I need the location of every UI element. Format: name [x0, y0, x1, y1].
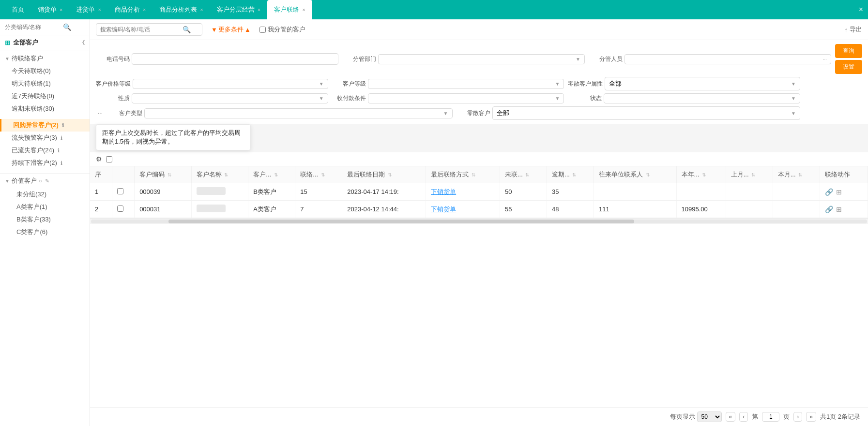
nav-tab-home[interactable]: 首页	[5, 0, 31, 19]
person-select[interactable]: ···	[624, 54, 831, 64]
cell-contact-count-1: 15	[295, 183, 342, 201]
retail-attr-select[interactable]: 全部 ▼	[605, 77, 800, 90]
row-checkbox-2[interactable]	[117, 206, 123, 212]
chevron-down-icon-8: ▼	[791, 96, 796, 101]
nav-tab-customer-contact[interactable]: 客户联络 ×	[267, 0, 312, 19]
cell-code-1: 000039	[135, 183, 192, 201]
nav-tab-sales-close[interactable]: ×	[60, 7, 62, 13]
sidebar-item-overdue[interactable]: 逾期未联络(30)	[0, 103, 90, 115]
sidebar-search-input[interactable]	[5, 24, 63, 30]
phone-input[interactable]	[132, 53, 338, 65]
nav-tab-sales[interactable]: 销货单 ×	[31, 0, 69, 19]
payment-select[interactable]: ▼	[368, 93, 564, 103]
sidebar-item-churn-warning[interactable]: 流失预警客户(3) ℹ	[0, 132, 90, 144]
per-page-select[interactable]: 50 100	[697, 411, 722, 422]
select-all-checkbox[interactable]	[106, 156, 112, 162]
sidebar-item-churned[interactable]: 已流失客户(24) ℹ	[0, 144, 90, 157]
method-link-2[interactable]: 下销货单	[431, 206, 456, 213]
phone-label: 电话号码	[96, 55, 130, 63]
filter-customer-level: 客户等级 ▼	[332, 79, 564, 89]
cell-last-method-2: 下销货单	[426, 201, 500, 218]
sidebar-all-customers[interactable]: ⊞ 全部客户 《	[0, 35, 90, 50]
sidebar: 🔍 ⊞ 全部客户 《 ▼ 待联络客户 今天待联络(0) 明天待联络(1) 近7天…	[0, 19, 90, 426]
chevron-down-icon-7: ▼	[555, 96, 560, 101]
sidebar-item-class-a[interactable]: A类客户(1)	[5, 201, 85, 213]
cell-uncontacted-2: 55	[500, 201, 547, 218]
content-area: 🔍 ▼ 更多条件 ▲ 我分管的客户 ↑ 导出 电话号码	[90, 19, 868, 426]
sidebar-item-class-c[interactable]: C类客户(6)	[5, 226, 85, 238]
nav-tab-analysis-list-close[interactable]: ×	[200, 7, 203, 13]
chevron-down-icon-3: ▼	[319, 81, 324, 87]
my-customers-checkbox[interactable]	[259, 27, 266, 33]
grid-action-icon-2[interactable]: ⊞	[836, 206, 842, 213]
price-level-select[interactable]: ▼	[133, 79, 328, 89]
nav-last-btn[interactable]: »	[806, 412, 816, 422]
export-label: 导出	[850, 25, 862, 34]
sidebar-search-icon[interactable]: 🔍	[63, 23, 71, 31]
settings-button[interactable]: 设置	[835, 60, 862, 74]
row-checkbox-1[interactable]	[117, 188, 123, 194]
nature-label: 性质	[96, 94, 130, 103]
link-icon-2[interactable]: 🔗	[825, 206, 833, 213]
cell-contact-count-2: 7	[295, 201, 342, 218]
cell-name-1	[191, 183, 248, 201]
info-icon-churn: ℹ	[61, 135, 62, 141]
more-conditions-btn[interactable]: ▼ 更多条件 ▲	[207, 23, 255, 36]
status-select[interactable]: ▼	[604, 93, 800, 103]
sort-icon-code: ⇅	[168, 172, 171, 177]
sidebar-item-class-b[interactable]: B类客户(33)	[5, 213, 85, 226]
my-customers-label: 我分管的客户	[268, 25, 305, 34]
scroll-thumb[interactable]	[168, 220, 634, 223]
status-label: 状态	[568, 94, 602, 103]
filter-more-icon[interactable]: ···	[96, 110, 105, 117]
customer-table: 序 客户编码 ⇅ 客户名称 ⇅ 客户... ⇅	[90, 166, 868, 218]
nav-tab-analysis[interactable]: 商品分析 ×	[108, 0, 152, 19]
filter-status: 状态 ▼	[568, 93, 800, 103]
sidebar-item-tomorrow[interactable]: 明天待联络(1)	[0, 77, 90, 90]
customer-level-select[interactable]: ▼	[368, 79, 564, 89]
col-overdue: 逾期... ⇅	[547, 166, 594, 183]
nature-select[interactable]: ▼	[132, 93, 328, 103]
nav-tab-purchase[interactable]: 进货单 ×	[69, 0, 107, 19]
col-name: 客户名称 ⇅	[191, 166, 248, 183]
window-close-button[interactable]: ×	[859, 5, 863, 14]
method-link-1[interactable]: 下销货单	[431, 188, 456, 195]
col-category: 客户... ⇅	[248, 166, 295, 183]
retail-customer-select[interactable]: 全部 ▼	[492, 106, 801, 120]
circle-icon: ○	[39, 178, 42, 184]
search-box: 🔍	[96, 23, 202, 36]
dept-select[interactable]: ▼	[378, 54, 585, 64]
sidebar-value-title[interactable]: ▼ 价值客户 ○ ✎	[5, 174, 85, 188]
nav-tab-customer-contact-close[interactable]: ×	[302, 7, 305, 13]
query-button[interactable]: 查询	[835, 44, 862, 58]
table-settings-icon[interactable]: ⚙	[96, 155, 102, 163]
nav-tab-analysis-close[interactable]: ×	[143, 7, 146, 13]
page-input[interactable]	[762, 412, 779, 422]
link-icon-1[interactable]: 🔗	[825, 188, 833, 196]
nav-next-btn[interactable]: ›	[793, 412, 802, 422]
customer-type-select[interactable]: ▼	[144, 108, 453, 118]
sidebar-item-repurchase-abnormal[interactable]: 回购异常客户(2) ℹ	[0, 119, 90, 132]
sidebar-item-7days[interactable]: 近7天待联络(0)	[0, 90, 90, 103]
export-button[interactable]: ↑ 导出	[845, 25, 863, 34]
sidebar-pending-title[interactable]: ▼ 待联络客户	[0, 52, 90, 65]
table-header-row: 序 客户编码 ⇅ 客户名称 ⇅ 客户... ⇅	[90, 166, 868, 183]
nav-first-btn[interactable]: «	[726, 412, 736, 422]
info-icon-repurchase: ℹ	[62, 122, 64, 128]
table-toolbar: ⚙	[90, 152, 868, 166]
search-input[interactable]	[100, 26, 183, 33]
nav-prev-btn[interactable]: ‹	[739, 412, 748, 422]
horizontal-scrollbar[interactable]	[90, 218, 868, 224]
nav-tab-purchase-close[interactable]: ×	[98, 7, 101, 13]
sidebar-item-today[interactable]: 今天待联络(0)	[0, 65, 90, 77]
cell-code-2: 000031	[135, 201, 192, 218]
search-icon[interactable]: 🔍	[183, 26, 191, 33]
sidebar-item-ungrouped[interactable]: 未分组(32)	[5, 188, 85, 201]
grid-action-icon-1[interactable]: ⊞	[836, 188, 842, 196]
sidebar-item-declining[interactable]: 持续下滑客户(2) ℹ	[0, 157, 90, 169]
nav-tab-customer-tier[interactable]: 客户分层经营 ×	[210, 0, 267, 19]
nav-tab-analysis-list[interactable]: 商品分析列表 ×	[152, 0, 210, 19]
nav-tab-customer-tier-close[interactable]: ×	[258, 7, 260, 13]
edit-icon[interactable]: ✎	[45, 178, 49, 184]
cell-this-year-2: 10995.00	[676, 201, 726, 218]
